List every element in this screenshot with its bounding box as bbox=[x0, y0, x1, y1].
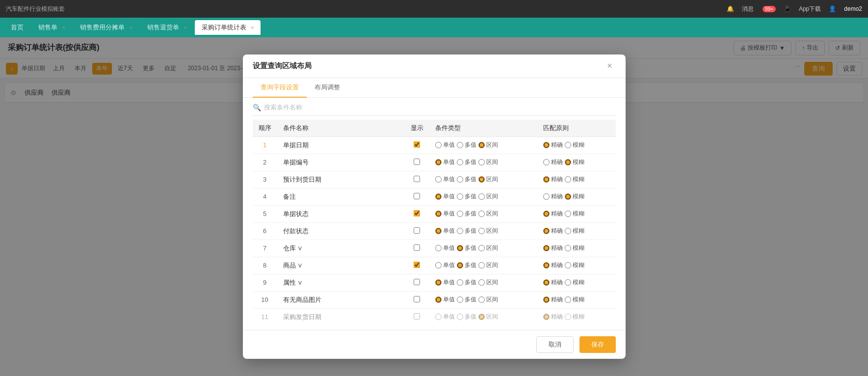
type-option-multi[interactable]: 多值 bbox=[457, 192, 476, 201]
row-display-checkbox[interactable] bbox=[414, 313, 420, 320]
match-option-fuzzy[interactable]: 模糊 bbox=[565, 313, 584, 321]
row-display-checkbox[interactable] bbox=[414, 227, 420, 234]
type-option-single[interactable]: 单值 bbox=[435, 175, 455, 184]
close-sales-order-tab[interactable]: × bbox=[62, 25, 65, 30]
match-option-exact[interactable]: 精确 bbox=[543, 210, 563, 218]
match-radio-fuzzy[interactable] bbox=[565, 245, 571, 251]
match-radio-fuzzy[interactable] bbox=[565, 159, 571, 165]
type-radio-range[interactable] bbox=[478, 193, 485, 200]
dialog-close-button[interactable]: × bbox=[604, 60, 616, 72]
type-radio-single[interactable] bbox=[435, 245, 442, 251]
tab-home[interactable]: 首页 bbox=[4, 20, 30, 35]
match-option-fuzzy[interactable]: 模糊 bbox=[565, 261, 584, 269]
tab-sales-order[interactable]: 销售单 × bbox=[31, 20, 72, 35]
type-option-multi[interactable]: 多值 bbox=[457, 227, 476, 235]
type-option-multi[interactable]: 多值 bbox=[457, 210, 476, 218]
match-option-exact[interactable]: 精确 bbox=[543, 313, 563, 321]
match-option-exact[interactable]: 精确 bbox=[543, 192, 563, 201]
type-radio-single[interactable] bbox=[435, 228, 442, 234]
match-radio-fuzzy[interactable] bbox=[565, 193, 571, 200]
match-option-exact[interactable]: 精确 bbox=[543, 158, 563, 166]
type-option-range[interactable]: 区间 bbox=[478, 158, 498, 166]
type-option-range[interactable]: 区间 bbox=[478, 261, 498, 269]
close-sales-expense-tab[interactable]: × bbox=[130, 25, 132, 30]
row-display-checkbox[interactable] bbox=[414, 141, 420, 148]
type-option-single[interactable]: 单值 bbox=[435, 261, 455, 269]
match-radio-exact[interactable] bbox=[543, 228, 550, 234]
match-option-fuzzy[interactable]: 模糊 bbox=[565, 175, 584, 184]
save-button[interactable]: 保存 bbox=[579, 336, 616, 353]
cancel-button[interactable]: 取消 bbox=[536, 336, 574, 353]
type-radio-multi[interactable] bbox=[457, 314, 463, 320]
match-radio-fuzzy[interactable] bbox=[565, 279, 571, 286]
match-option-fuzzy[interactable]: 模糊 bbox=[565, 192, 584, 201]
match-radio-exact[interactable] bbox=[543, 193, 550, 200]
row-display-checkbox[interactable] bbox=[414, 193, 420, 199]
notification-icon[interactable]: 🔔 bbox=[727, 5, 734, 12]
type-radio-single[interactable] bbox=[435, 176, 442, 183]
match-radio-fuzzy[interactable] bbox=[565, 314, 571, 320]
match-radio-fuzzy[interactable] bbox=[565, 296, 571, 303]
match-radio-exact[interactable] bbox=[543, 296, 550, 303]
type-radio-range[interactable] bbox=[478, 279, 485, 286]
type-radio-multi[interactable] bbox=[457, 211, 463, 217]
type-radio-multi[interactable] bbox=[457, 245, 463, 251]
match-option-fuzzy[interactable]: 模糊 bbox=[565, 295, 584, 304]
app-download-label[interactable]: App下载 bbox=[799, 5, 821, 13]
match-radio-exact[interactable] bbox=[543, 159, 550, 165]
type-option-multi[interactable]: 多值 bbox=[457, 175, 476, 184]
type-option-single[interactable]: 单值 bbox=[435, 295, 455, 304]
search-input[interactable] bbox=[264, 104, 616, 111]
row-display-checkbox[interactable] bbox=[414, 176, 420, 182]
match-radio-exact[interactable] bbox=[543, 245, 550, 251]
type-option-range[interactable]: 区间 bbox=[478, 192, 498, 201]
type-option-single[interactable]: 单值 bbox=[435, 227, 455, 235]
type-option-multi[interactable]: 多值 bbox=[457, 141, 476, 149]
match-option-fuzzy[interactable]: 模糊 bbox=[565, 141, 584, 149]
type-option-multi[interactable]: 多值 bbox=[457, 244, 476, 252]
type-option-single[interactable]: 单值 bbox=[435, 278, 455, 287]
match-radio-exact[interactable] bbox=[543, 279, 550, 286]
type-radio-multi[interactable] bbox=[457, 159, 463, 165]
match-option-exact[interactable]: 精确 bbox=[543, 278, 563, 287]
row-display-checkbox[interactable] bbox=[414, 210, 420, 216]
row-display-checkbox[interactable] bbox=[414, 159, 420, 165]
tab-sales-expense[interactable]: 销售费用分摊单 × bbox=[73, 20, 139, 35]
match-option-exact[interactable]: 精确 bbox=[543, 175, 563, 184]
type-option-range[interactable]: 区间 bbox=[478, 278, 498, 287]
type-radio-single[interactable] bbox=[435, 279, 442, 286]
type-radio-range[interactable] bbox=[478, 159, 485, 165]
type-option-single[interactable]: 单值 bbox=[435, 141, 455, 149]
type-radio-single[interactable] bbox=[435, 314, 442, 320]
match-radio-exact[interactable] bbox=[543, 142, 550, 148]
type-option-range[interactable]: 区间 bbox=[478, 227, 498, 235]
match-radio-fuzzy[interactable] bbox=[565, 228, 571, 234]
row-display-checkbox[interactable] bbox=[414, 244, 420, 251]
type-radio-multi[interactable] bbox=[457, 228, 463, 234]
type-radio-range[interactable] bbox=[478, 262, 485, 269]
type-radio-range[interactable] bbox=[478, 228, 485, 234]
type-radio-multi[interactable] bbox=[457, 193, 463, 200]
type-radio-single[interactable] bbox=[435, 142, 442, 148]
type-radio-multi[interactable] bbox=[457, 176, 463, 183]
type-radio-single[interactable] bbox=[435, 211, 442, 217]
type-option-single[interactable]: 单值 bbox=[435, 313, 455, 321]
match-option-fuzzy[interactable]: 模糊 bbox=[565, 244, 584, 252]
match-option-fuzzy[interactable]: 模糊 bbox=[565, 278, 584, 287]
type-option-multi[interactable]: 多值 bbox=[457, 278, 476, 287]
type-option-range[interactable]: 区间 bbox=[478, 210, 498, 218]
type-radio-range[interactable] bbox=[478, 245, 485, 251]
close-sales-return-tab[interactable]: × bbox=[184, 25, 187, 30]
row-display-checkbox[interactable] bbox=[414, 279, 420, 285]
type-radio-multi[interactable] bbox=[457, 296, 463, 303]
type-option-range[interactable]: 区间 bbox=[478, 244, 498, 252]
match-option-exact[interactable]: 精确 bbox=[543, 261, 563, 269]
type-radio-single[interactable] bbox=[435, 262, 442, 269]
type-radio-multi[interactable] bbox=[457, 142, 463, 148]
type-option-single[interactable]: 单值 bbox=[435, 158, 455, 166]
tab-query-fields[interactable]: 查询字段设置 bbox=[253, 78, 307, 98]
type-radio-range[interactable] bbox=[478, 296, 485, 303]
match-radio-fuzzy[interactable] bbox=[565, 262, 571, 269]
match-option-exact[interactable]: 精确 bbox=[543, 227, 563, 235]
type-option-range[interactable]: 区间 bbox=[478, 141, 498, 149]
